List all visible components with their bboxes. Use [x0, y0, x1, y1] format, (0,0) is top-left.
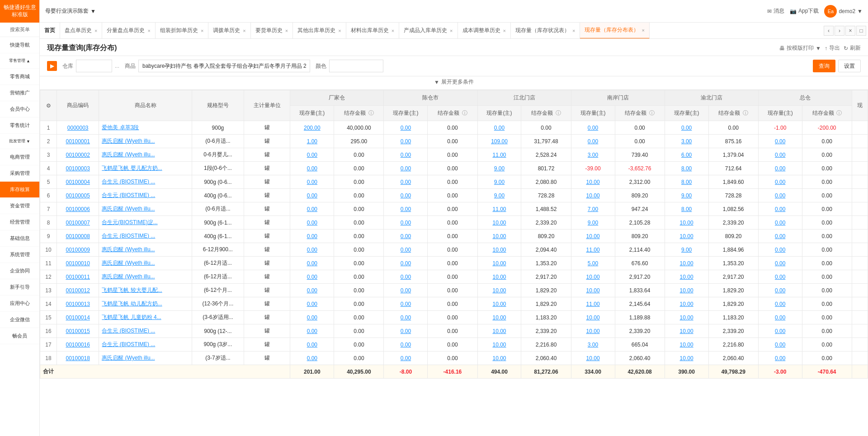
cell-c-stock[interactable]: 0.00 [384, 148, 428, 162]
cell-code[interactable]: 00100003 [57, 162, 99, 175]
cell-f-stock[interactable]: 0.00 [290, 243, 334, 257]
cell-name[interactable]: 飞鹤星飞帆 幼儿配方奶... [99, 297, 192, 311]
tab-close-inventory-count[interactable]: × [94, 28, 97, 33]
cell-code[interactable]: 00100013 [57, 297, 99, 311]
sidebar-item-member[interactable]: 会员中心 [0, 101, 39, 117]
cell-na-stock[interactable]: 10.00 [571, 311, 615, 324]
cell-c-stock[interactable]: 0.00 [384, 162, 428, 175]
cell-t-stock[interactable]: 0.00 [758, 230, 802, 243]
sidebar-item-inventory[interactable]: 库存核算 [0, 182, 39, 198]
message-btn[interactable]: ✉ 消息 [767, 7, 784, 15]
cell-t-stock[interactable]: 0.00 [758, 243, 802, 257]
tab-weight-count[interactable]: 分量盘点单历史 × [102, 23, 155, 39]
cell-code[interactable]: 0000003 [57, 121, 99, 135]
cell-t-stock[interactable]: 0.00 [758, 189, 802, 202]
cell-name[interactable]: 飞鹤星飞帆 儿童奶粉 4... [99, 311, 192, 324]
cell-jb-stock[interactable]: 10.00 [477, 352, 521, 365]
c-amt-info-icon[interactable]: ⓘ [462, 110, 467, 116]
cell-c-stock[interactable]: 0.00 [384, 338, 428, 352]
cell-c-stock[interactable]: 0.00 [384, 189, 428, 202]
cell-code[interactable]: 00100001 [57, 135, 99, 148]
cell-jb-stock[interactable]: 10.00 [477, 216, 521, 230]
cell-name[interactable]: 惠氏启醒 (Wyeth illu... [99, 270, 192, 284]
cell-code[interactable]: 00100015 [57, 324, 99, 338]
cell-f-stock[interactable]: 0.00 [290, 148, 334, 162]
sidebar-item-retail-stat[interactable]: 零售统计 [0, 117, 39, 134]
cell-t-stock[interactable]: 0.00 [758, 338, 802, 352]
cell-na-stock[interactable]: 3.00 [571, 148, 615, 162]
cell-code[interactable]: 00100002 [57, 148, 99, 162]
cell-f-stock[interactable]: 0.00 [290, 257, 334, 270]
cell-f-stock[interactable]: 1.00 [290, 135, 334, 148]
tab-close-stock-status[interactable]: × [572, 28, 575, 33]
t-amt-info-icon[interactable]: ⓘ [836, 110, 842, 116]
cell-name[interactable]: 飞鹤星飞帆 较大婴儿配... [99, 284, 192, 297]
print-btn[interactable]: 🖶 按模版打印 ▼ [779, 44, 821, 52]
cell-yb-stock[interactable]: 3.00 [665, 135, 708, 148]
cell-code[interactable]: 00100009 [57, 243, 99, 257]
cell-t-stock[interactable]: 0.00 [758, 352, 802, 365]
tab-assembly[interactable]: 组装折卸单历史 × [156, 23, 208, 39]
tab-close-stock-dist[interactable]: × [642, 28, 644, 33]
cell-name[interactable]: 惠氏启醒 (Wyeth illu... [99, 148, 192, 162]
cell-code[interactable]: 00100018 [57, 352, 99, 365]
cell-t-stock[interactable]: 0.00 [758, 216, 802, 230]
cell-f-stock[interactable]: 0.00 [290, 297, 334, 311]
cell-code[interactable]: 00100006 [57, 202, 99, 216]
tab-home[interactable]: 首页 [40, 23, 60, 39]
cell-f-stock[interactable]: 0.00 [290, 284, 334, 297]
cell-name[interactable]: 惠氏启醒 (Wyeth illu... [99, 257, 192, 270]
cell-f-stock[interactable]: 0.00 [290, 230, 334, 243]
cell-jb-stock[interactable]: 9.00 [477, 175, 521, 189]
warehouse-input[interactable] [76, 60, 112, 72]
cell-c-stock[interactable]: 0.00 [384, 297, 428, 311]
cell-t-stock[interactable]: 0.00 [758, 162, 802, 175]
cell-c-stock[interactable]: 0.00 [384, 270, 428, 284]
tab-close-cost-adj[interactable]: × [503, 28, 506, 33]
cell-na-stock[interactable]: 10.00 [571, 284, 615, 297]
sidebar-item-retail[interactable]: 零售管理 ▲ [0, 53, 39, 69]
color-input[interactable] [329, 60, 383, 72]
cell-name[interactable]: 飞鹤星飞帆 婴儿配方奶... [99, 162, 192, 175]
jb-amt-info-icon[interactable]: ⓘ [556, 110, 561, 116]
sidebar-item-wxwork[interactable]: 企业微信 [0, 312, 39, 328]
cell-yb-stock[interactable]: 6.00 [665, 148, 708, 162]
cell-yb-stock[interactable]: 9.00 [665, 189, 708, 202]
sidebar-item-collab[interactable]: 企业协同 [0, 263, 39, 279]
filter-expand-more[interactable]: ▼ 展开更多条件 [434, 78, 474, 86]
cell-yb-stock[interactable]: 9.00 [665, 243, 708, 257]
cell-jb-stock[interactable]: 9.00 [477, 162, 521, 175]
cell-c-stock[interactable]: 0.00 [384, 135, 428, 148]
cell-name[interactable]: 合生元 (BIOSTIME) ... [99, 230, 192, 243]
cell-code[interactable]: 00100004 [57, 175, 99, 189]
sidebar-item-system[interactable]: 系统管理 [0, 247, 39, 263]
cell-t-stock[interactable]: 0.00 [758, 270, 802, 284]
cell-c-stock[interactable]: 0.00 [384, 243, 428, 257]
cell-jb-stock[interactable]: 10.00 [477, 270, 521, 284]
cell-c-stock[interactable]: 0.00 [384, 202, 428, 216]
cell-code[interactable]: 00100016 [57, 338, 99, 352]
cell-code[interactable]: 00100011 [57, 270, 99, 284]
sidebar-item-quicknav[interactable]: 快捷导航 [0, 37, 39, 53]
cell-yb-stock[interactable]: 0.00 [665, 121, 708, 135]
cell-jb-stock[interactable]: 10.00 [477, 257, 521, 270]
cell-code[interactable]: 00100014 [57, 311, 99, 324]
cell-name[interactable]: 惠氏启醒 (Wyeth illu... [99, 243, 192, 257]
cell-f-stock[interactable]: 0.00 [290, 311, 334, 324]
cell-jb-stock[interactable]: 10.00 [477, 324, 521, 338]
cell-name[interactable]: 惠氏启醒 (Wyeth illu... [99, 202, 192, 216]
cell-yb-stock[interactable]: 10.00 [665, 270, 708, 284]
tab-material-out[interactable]: 材料出库单历史 × [346, 23, 399, 39]
cell-f-stock[interactable]: 200.00 [290, 121, 334, 135]
cell-t-stock[interactable]: 0.00 [758, 311, 802, 324]
cell-f-stock[interactable]: 0.00 [290, 202, 334, 216]
cell-jb-stock[interactable]: 0.00 [477, 121, 521, 135]
cell-t-stock[interactable]: 0.00 [758, 202, 802, 216]
cell-na-stock[interactable]: 10.00 [571, 270, 615, 284]
refresh-btn[interactable]: ↻ 刷新 [844, 44, 861, 52]
sidebar-item-marketing[interactable]: 营销推广 [0, 85, 39, 101]
cell-name[interactable]: 合生元(BIOSTIME)淀... [99, 216, 192, 230]
cell-na-stock[interactable]: 11.00 [571, 243, 615, 257]
col-gear[interactable]: ⚙ [40, 90, 57, 121]
cell-t-stock[interactable]: 0.00 [758, 148, 802, 162]
